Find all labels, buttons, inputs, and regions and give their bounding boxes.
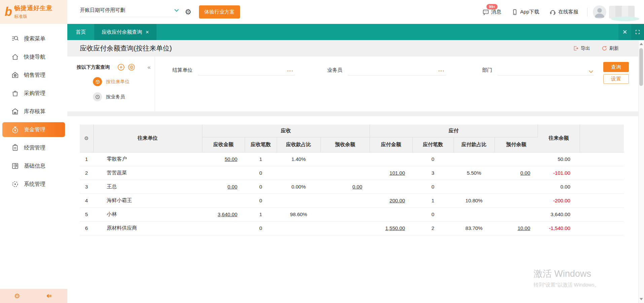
plan-item-label: 按往来单位 <box>106 79 130 85</box>
sidebar-item-purchase[interactable]: 采购管理 <box>2 86 65 101</box>
value-cell <box>370 180 412 194</box>
query-button[interactable]: 查询 <box>603 62 629 72</box>
table-row: 2苦苦蔬菜0101.0035.50%0.00-101.00 <box>80 166 624 180</box>
value-cell: 0 <box>412 152 453 166</box>
add-plan-icon[interactable] <box>117 63 125 71</box>
query-plan-panel: 按以下方案查询 按往来单位按业务员 <box>67 57 155 111</box>
row-index: 1 <box>80 152 93 166</box>
department-select[interactable] <box>498 66 594 75</box>
fullscreen-button[interactable] <box>631 24 644 40</box>
sidebar-footer: ⚙ <box>0 289 67 303</box>
refresh-label: 刷新 <box>609 45 619 52</box>
column-settings-gear-icon[interactable]: ⚙ <box>84 135 89 141</box>
plan-item[interactable]: 按往来单位 <box>93 77 155 86</box>
sidebar-item-operation[interactable]: 经营管理 <box>2 140 65 155</box>
picker-dots-icon[interactable]: ··· <box>287 68 294 74</box>
sidebar-item-system[interactable]: 系统管理 <box>2 177 65 192</box>
scrollbar-thumb[interactable] <box>639 48 643 86</box>
account-set-select[interactable]: 开账日期可停用可删 <box>80 7 178 17</box>
tab-close-icon[interactable]: ✕ <box>145 30 149 35</box>
table-card: ⚙ 往来单位 应收 应付 往来余额 应收金额应收笔数应收款占比预收余额应付金额应… <box>67 116 638 303</box>
divider <box>587 8 587 16</box>
export-icon <box>573 45 579 51</box>
value-cell <box>277 194 320 207</box>
value-cell <box>320 221 370 235</box>
support-button[interactable]: 在线客服 <box>549 9 578 15</box>
sub-column-header: 预收余额 <box>320 137 370 152</box>
amount-link[interactable]: 1,550.00 <box>385 225 405 231</box>
amount-link[interactable]: 0.00 <box>228 184 237 190</box>
value-cell <box>202 221 245 235</box>
tab-active[interactable]: 应收应付余额查询 ✕ <box>94 24 157 40</box>
partner-name: 小林 <box>93 207 202 221</box>
value-cell: 3,640.00 <box>202 207 245 221</box>
amount-link[interactable]: 0.00 <box>352 184 362 190</box>
row-index: 2 <box>80 166 93 180</box>
amount-link[interactable]: 10.00 <box>517 225 530 231</box>
field-department: 部门 <box>482 66 594 75</box>
filler-cell <box>580 180 624 194</box>
app-download-button[interactable]: App下载 <box>511 9 539 15</box>
tab-home[interactable]: 首页 <box>67 24 94 40</box>
scroll-down-arrow-icon[interactable] <box>640 298 643 300</box>
sidebar-item-label: 资金管理 <box>24 126 45 133</box>
sidebar-item-baseinfo[interactable]: 基础信息 <box>2 159 65 173</box>
sidebar: b 畅捷通好生意 标准版 搜索菜单快捷导航销售管理采购管理库存核算资金管理经营管… <box>0 0 67 303</box>
close-all-tabs-button[interactable]: ✕ <box>618 24 631 40</box>
gear-icon[interactable]: ⚙ <box>185 8 192 16</box>
filler-cell <box>580 152 624 166</box>
salesman-input[interactable]: ··· <box>348 66 446 75</box>
value-cell: 10.80% <box>453 194 495 207</box>
plan-item[interactable]: 按业务员 <box>93 92 155 101</box>
value-cell <box>277 166 320 180</box>
refresh-button[interactable]: 刷新 <box>602 45 619 52</box>
field-label: 结算单位 <box>172 67 193 75</box>
balance-cell: 3,640.00 <box>538 207 580 221</box>
vertical-scrollbar[interactable] <box>638 40 644 303</box>
amount-link[interactable]: 200.00 <box>389 198 405 203</box>
filler-cell <box>580 221 624 235</box>
amount-link[interactable]: 101.00 <box>389 170 405 176</box>
picker-dots-icon[interactable]: ··· <box>438 68 445 74</box>
sidebar-item-label: 销售管理 <box>24 72 45 79</box>
settings-button[interactable]: 设置 <box>603 74 629 84</box>
value-cell: 0.00 <box>202 180 245 194</box>
amount-link[interactable]: 3,640.00 <box>218 211 237 217</box>
value-cell: 0 <box>412 207 453 221</box>
filler-cell <box>580 207 624 221</box>
sidebar-item-funds[interactable]: 资金管理 <box>2 122 65 137</box>
balance-cell: -200.00 <box>538 194 580 207</box>
row-index: 5 <box>80 207 93 221</box>
brand-edition: 标准版 <box>14 13 53 20</box>
sub-column-header: 应付笔数 <box>412 137 453 152</box>
sidebar-item-quicknav[interactable]: 快捷导航 <box>2 49 65 64</box>
collapse-panel-icon[interactable]: « <box>147 64 150 71</box>
value-cell <box>453 180 495 194</box>
scroll-up-arrow-icon[interactable] <box>640 43 643 45</box>
value-cell: 0.00 <box>495 166 538 180</box>
chevron-down-icon[interactable] <box>589 69 593 73</box>
amount-link[interactable]: 0.00 <box>520 170 530 176</box>
value-cell: 98.60% <box>277 207 320 221</box>
avatar[interactable] <box>593 5 606 19</box>
value-cell: 0 <box>245 166 277 180</box>
export-button[interactable]: 导出 <box>573 45 590 52</box>
sidebar-item-search[interactable]: 搜索菜单 <box>2 31 65 46</box>
page-header: 应收应付余额查询(按往来单位) 导出 刷新 <box>67 40 638 57</box>
experience-plan-button[interactable]: 体验行业方案 <box>199 5 240 19</box>
sidebar-item-sales[interactable]: 销售管理 <box>2 68 65 82</box>
sub-column-header: 应收金额 <box>202 137 245 152</box>
balance-cell: 50.00 <box>538 152 580 166</box>
amount-link[interactable]: 50.00 <box>225 156 237 162</box>
money-bag-icon <box>11 126 19 134</box>
value-cell <box>320 207 370 221</box>
messages-button[interactable]: 消息 99+ <box>482 9 501 15</box>
settings-gear-icon[interactable]: ⚙ <box>14 293 20 299</box>
plan-settings-icon[interactable] <box>128 63 135 71</box>
settlement-unit-input[interactable]: ··· <box>198 66 295 75</box>
value-cell: 3 <box>412 166 453 180</box>
warehouse-icon <box>11 107 19 115</box>
system-icon <box>11 180 19 188</box>
sidebar-item-inventory[interactable]: 库存核算 <box>2 104 65 119</box>
collapse-sound-icon[interactable] <box>45 293 52 299</box>
